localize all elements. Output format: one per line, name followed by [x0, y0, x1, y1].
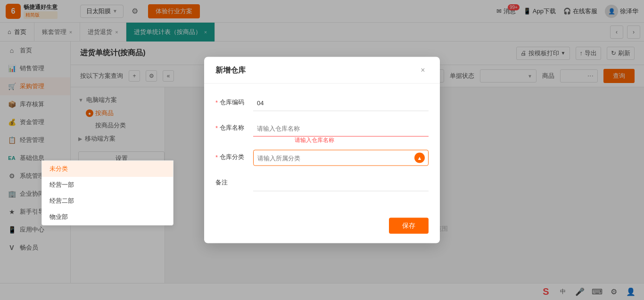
- name-field-row: * 仓库名称 请输入仓库名称: [215, 121, 429, 137]
- modal-body: * 仓库编码 * 仓库名称 请输入仓库名称 * 仓库分类 ▲: [204, 84, 440, 212]
- note-label: 备注: [215, 175, 253, 187]
- category-input[interactable]: [253, 150, 429, 166]
- modal-close-button[interactable]: ×: [417, 65, 429, 76]
- note-field-row: 备注: [215, 175, 429, 192]
- dropdown-item-unclassified[interactable]: 未分类: [42, 161, 173, 177]
- category-dropdown-list: 未分类 经营一部 经营二部 物业部: [41, 160, 173, 225]
- code-label: * 仓库编码: [215, 95, 253, 107]
- dropdown-item-dept3[interactable]: 物业部: [42, 209, 173, 225]
- modal-header: 新增仓库 ×: [204, 57, 440, 84]
- modal-title: 新增仓库: [215, 65, 246, 75]
- dropdown-item-dept1[interactable]: 经营一部: [42, 177, 173, 193]
- modal-footer: 保存: [204, 212, 440, 243]
- dropdown-item-dept2[interactable]: 经营二部: [42, 193, 173, 209]
- save-button[interactable]: 保存: [389, 218, 429, 234]
- category-dropdown-toggle[interactable]: ▲: [414, 153, 425, 163]
- category-field-row: * 仓库分类 ▲: [215, 150, 429, 166]
- name-field-wrap: 请输入仓库名称: [253, 121, 429, 137]
- note-input[interactable]: [253, 175, 429, 192]
- code-field-row: * 仓库编码: [215, 95, 429, 111]
- code-input[interactable]: [253, 95, 429, 111]
- category-label: * 仓库分类: [215, 150, 253, 161]
- name-input[interactable]: [253, 121, 429, 137]
- add-warehouse-modal: 新增仓库 × * 仓库编码 * 仓库名称 请输入仓库名称 *: [204, 57, 440, 243]
- name-error-msg: 请输入仓库名称: [295, 136, 334, 144]
- name-label: * 仓库名称: [215, 121, 253, 132]
- category-select-wrap: ▲: [253, 150, 429, 166]
